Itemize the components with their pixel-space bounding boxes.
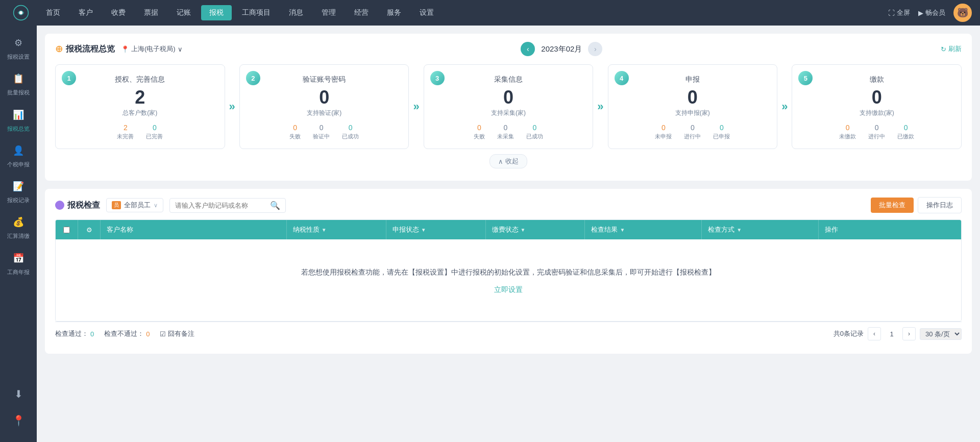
nav-accounting[interactable]: 记账 (168, 5, 199, 20)
th-checkbox[interactable] (56, 220, 78, 239)
batch-check-button[interactable]: 批量检查 (871, 198, 914, 213)
step-5-stat-1[interactable]: 0 进行中 (868, 124, 885, 140)
operation-log-button[interactable]: 操作日志 (918, 197, 962, 213)
employee-filter-select[interactable]: 员 全部员工 ∨ (106, 198, 163, 212)
sidebar-item-tax-record[interactable]: 📝 报税记录 (0, 173, 37, 209)
th-tax-type[interactable]: 纳税性质 ▼ (287, 220, 386, 239)
location-badge[interactable]: 📍 上海(电子税局) ∨ (121, 44, 183, 54)
step-3-stat-1[interactable]: 0 未采集 (497, 124, 514, 140)
search-input[interactable] (175, 202, 267, 209)
refresh-label: 刷新 (948, 44, 962, 54)
overview-header: ⊕ 报税流程总览 📍 上海(电子税局) ∨ ‹ 2023年02月 › ↻ 刷新 (55, 42, 962, 56)
table-footer: 检查通过： 0 检查不通过： 0 ☑ 囧有备注 共0条记录 ‹ 1 › (55, 322, 962, 346)
sidebar-download[interactable]: ⬇ (10, 381, 27, 407)
location-icon: 📍 (10, 412, 27, 429)
nav-service[interactable]: 服务 (379, 5, 409, 20)
step-4-stat-0-label: 未申报 (655, 133, 672, 140)
prev-page-button[interactable]: ‹ (868, 327, 881, 340)
step-1-stat-1-val: 0 (146, 124, 163, 132)
step-1-stat-0[interactable]: 2 未完善 (117, 124, 134, 140)
refresh-button[interactable]: ↻ 刷新 (941, 44, 962, 54)
nav-message[interactable]: 消息 (281, 5, 311, 20)
step-1-stat-1-label: 已完善 (146, 133, 163, 140)
total-records: 共0条记录 (834, 329, 864, 338)
location-text: 上海(电子税局) (131, 44, 176, 54)
step-2-stat-1-label: 验证中 (313, 133, 330, 140)
tax-check-title: 报税检查 (55, 200, 100, 211)
arrow-2-3: » (409, 64, 423, 149)
step-3-stat-2[interactable]: 0 已成功 (526, 124, 543, 140)
arrow-3-4: » (593, 64, 607, 149)
pass-count[interactable]: 0 (90, 330, 94, 338)
step-4-badge: 4 (615, 71, 629, 85)
step-2-stat-2[interactable]: 0 已成功 (342, 124, 359, 140)
step-2-stat-0[interactable]: 0 失败 (289, 124, 301, 140)
next-month-button[interactable]: › (588, 42, 602, 56)
step-4-stat-1[interactable]: 0 进行中 (684, 124, 701, 140)
th-check-result[interactable]: 检查结果 ▼ (585, 220, 702, 239)
user-avatar[interactable]: 🐻 (953, 4, 972, 22)
fail-count[interactable]: 0 (146, 330, 150, 338)
search-icon[interactable]: 🔍 (270, 201, 280, 210)
sidebar-batch-tax-label: 批量报税 (7, 89, 30, 96)
month-nav: ‹ 2023年02月 › (521, 42, 602, 56)
select-all-checkbox[interactable] (63, 227, 70, 233)
nav-home[interactable]: 首页 (38, 5, 68, 20)
step-3-stat-0[interactable]: 0 失败 (474, 124, 485, 140)
sidebar-annual-report-label: 工商年报 (7, 268, 30, 276)
step-5-subtitle: 支持缴款(家) (800, 109, 953, 117)
nav-business[interactable]: 工商项目 (234, 5, 279, 20)
per-page-select[interactable]: 30 条/页 (920, 328, 962, 340)
sidebar-item-personal-tax[interactable]: 👤 个税申报 (0, 137, 37, 173)
nav-fee[interactable]: 收费 (103, 5, 134, 20)
sidebar-item-annual-report[interactable]: 📅 工商年报 (0, 245, 37, 281)
step-4-count: 0 (617, 88, 769, 107)
tax-settings-icon: ⚙ (10, 35, 27, 51)
setup-link[interactable]: 立即设置 (494, 285, 523, 294)
step-5-stat-2-val: 0 (897, 124, 914, 132)
step-5-stat-2[interactable]: 0 已缴款 (897, 124, 914, 140)
nav-invoice[interactable]: 票据 (136, 5, 166, 20)
tax-overview-icon: 📊 (10, 107, 27, 123)
fullscreen-button[interactable]: ⛶ 全屏 (888, 8, 910, 17)
collapse-label: 收起 (505, 157, 519, 166)
app-logo[interactable] (8, 0, 34, 26)
member-button[interactable]: ▶ 畅会员 (918, 8, 945, 17)
nav-management[interactable]: 管理 (313, 5, 344, 20)
step-4-stat-0[interactable]: 0 未申报 (655, 124, 672, 140)
th-fee-state-label: 缴费状态 (492, 225, 519, 234)
nav-tax[interactable]: 报税 (201, 5, 232, 20)
step-2-stat-1[interactable]: 0 验证中 (313, 124, 330, 140)
search-box: 🔍 (169, 198, 286, 213)
collapse-button[interactable]: ∧ 收起 (489, 154, 527, 168)
sidebar-item-tax-settings[interactable]: ⚙ 报税设置 (0, 30, 37, 65)
nav-operation[interactable]: 经营 (346, 5, 377, 20)
main-layout: ⚙ 报税设置 📋 批量报税 📊 报税总览 👤 个税申报 📝 报税记录 💰 汇算清… (0, 26, 980, 442)
step-2-title: 验证账号密码 (248, 75, 401, 84)
empty-message: 若您想使用报税检查功能，请先在【报税设置】中进行报税的初始化设置，完成密码验证和… (301, 266, 716, 279)
step-5-stat-0[interactable]: 0 未缴款 (839, 124, 856, 140)
th-declare-state[interactable]: 申报状态 ▼ (386, 220, 486, 239)
th-gear[interactable]: ⚙ (78, 220, 101, 239)
sidebar: ⚙ 报税设置 📋 批量报税 📊 报税总览 👤 个税申报 📝 报税记录 💰 汇算清… (0, 26, 37, 442)
step-4-stat-2[interactable]: 0 已申报 (713, 124, 730, 140)
sidebar-item-batch-tax[interactable]: 📋 批量报税 (0, 65, 37, 101)
th-check-result-label: 检查结果 (591, 225, 618, 234)
prev-month-button[interactable]: ‹ (521, 42, 535, 56)
filter-state-icon: ▼ (421, 227, 426, 233)
step-1-stat-1[interactable]: 0 已完善 (146, 124, 163, 140)
next-page-button[interactable]: › (902, 327, 916, 340)
fail-label: 检查不通过： (104, 329, 144, 338)
nav-settings[interactable]: 设置 (411, 5, 442, 20)
fullscreen-icon: ⛶ (888, 9, 895, 17)
nav-right: ⛶ 全屏 ▶ 畅会员 🐻 (888, 4, 972, 22)
step-3-title: 采集信息 (432, 75, 585, 84)
th-name: 客户名称 (101, 220, 287, 239)
sidebar-item-tax-overview[interactable]: 📊 报税总览 (0, 102, 37, 137)
current-page: 1 (885, 327, 898, 340)
th-fee-state[interactable]: 缴费状态 ▼ (486, 220, 585, 239)
sidebar-item-settlement[interactable]: 💰 汇算清缴 (0, 209, 37, 244)
nav-customer[interactable]: 客户 (70, 5, 101, 20)
sidebar-location[interactable]: 📍 (10, 407, 27, 434)
th-check-method[interactable]: 检查方式 ▼ (702, 220, 819, 239)
